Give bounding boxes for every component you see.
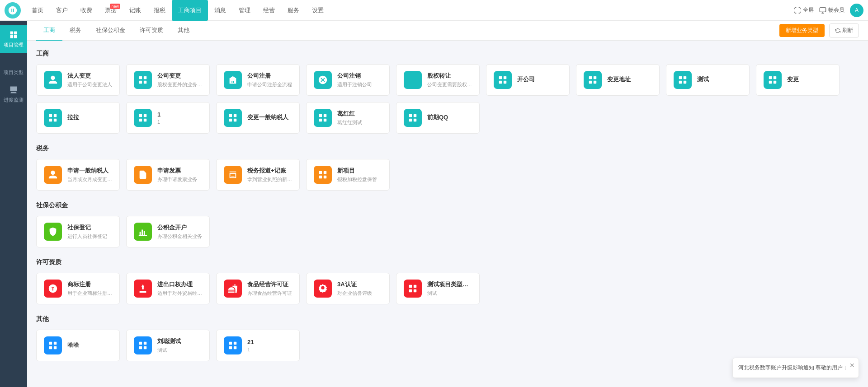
svg-rect-15: [589, 81, 592, 84]
svg-rect-42: [414, 114, 416, 117]
invoice-icon: [134, 166, 152, 184]
nav-item-报税[interactable]: 报税: [147, 0, 172, 21]
card-item[interactable]: 公积金开户办理公积金相关业务: [126, 216, 210, 247]
add-type-button[interactable]: 新增业务类型: [779, 24, 825, 37]
sidebar-label-type: 项目类型: [4, 69, 24, 76]
svg-rect-63: [229, 346, 232, 349]
nav-item-管理[interactable]: 管理: [232, 0, 257, 21]
svg-rect-26: [54, 114, 57, 117]
svg-rect-56: [54, 346, 57, 349]
svg-rect-33: [229, 114, 232, 117]
svg-rect-45: [319, 171, 322, 174]
svg-rect-49: [409, 285, 412, 288]
sidebar-item-project-type[interactable]: 项目类型: [0, 53, 27, 80]
card-item[interactable]: 公司变更股权变更外的业务变更: [126, 64, 210, 96]
nav-item-客户[interactable]: 客户: [50, 0, 74, 21]
svg-rect-53: [49, 342, 52, 345]
nav-item-票据[interactable]: 票据new: [99, 0, 123, 21]
card-item[interactable]: 前期QQ: [396, 102, 480, 134]
nav-item-工商项目[interactable]: 工商项目: [172, 0, 208, 21]
card-item[interactable]: 开公司: [486, 64, 570, 96]
card-title: 拉拉: [67, 113, 112, 121]
nav-items: 首页客户收费票据new记账报税工商项目消息管理经营服务设置: [25, 0, 794, 21]
nav-item-设置[interactable]: 设置: [306, 0, 330, 21]
svg-rect-34: [234, 114, 236, 117]
card-item[interactable]: 刘聪测试测试: [126, 330, 210, 361]
card-item[interactable]: 变更: [756, 64, 840, 96]
svg-rect-0: [820, 8, 826, 12]
card-item[interactable]: 食品经营许可证办理食品经营许可证: [216, 273, 300, 304]
section-title: 工商: [36, 50, 859, 58]
card-item[interactable]: 公司注销适用于注销公司: [306, 64, 390, 96]
shield-icon: [44, 223, 62, 241]
card-item[interactable]: 公司注册申请公司注册全流程: [216, 64, 300, 96]
nav-item-消息[interactable]: 消息: [208, 0, 232, 21]
nav-logo[interactable]: [5, 2, 21, 19]
card-text: 变更一般纳税人: [247, 113, 292, 123]
svg-rect-55: [49, 346, 52, 349]
notification-popup: ✕ 河北税务数字账户升级影响通知 尊敬的用户：: [732, 358, 859, 378]
fullscreen-button[interactable]: 全屏: [794, 6, 814, 14]
card-item[interactable]: 社保登记进行人员社保登记: [36, 216, 120, 247]
card-title: 公司变更: [157, 72, 202, 80]
type-icon: [9, 57, 19, 67]
card-item[interactable]: 11: [126, 102, 210, 134]
card-text: 税务报道+记账拿到营业执照的新公司: [247, 167, 292, 183]
card-title: 食品经营许可证: [247, 280, 292, 289]
card-desc: 1: [157, 119, 202, 125]
tab-税务[interactable]: 税务: [62, 21, 89, 41]
card-item[interactable]: 3A认证对企业信誉评级: [306, 273, 390, 304]
tab-工商[interactable]: 工商: [36, 21, 62, 41]
svg-rect-5: [139, 76, 142, 79]
sidebar-item-monitor[interactable]: 进度监测: [0, 80, 27, 108]
svg-rect-6: [144, 76, 146, 79]
card-item[interactable]: 申请一般纳税人当月或次月成变更完成: [36, 159, 120, 191]
card-item[interactable]: 拉拉: [36, 102, 120, 134]
card-desc: 对企业信誉评级: [337, 290, 382, 297]
card-item[interactable]: 变更地址: [576, 64, 660, 96]
card-item[interactable]: 测试项目类型目定义测试: [396, 273, 480, 304]
nav-item-收费[interactable]: 收费: [74, 0, 99, 21]
tab-许可资质[interactable]: 许可资质: [132, 21, 170, 41]
tab-其他[interactable]: 其他: [170, 21, 197, 41]
card-text: 测试: [697, 75, 742, 85]
svg-rect-57: [139, 342, 142, 345]
nav-item-经营[interactable]: 经营: [257, 0, 281, 21]
card-item[interactable]: 商标注册用于企业商标注册服务: [36, 273, 120, 304]
notification-close[interactable]: ✕: [849, 362, 855, 369]
svg-rect-44: [414, 119, 416, 121]
card-desc: 办理食品经营许可证: [247, 290, 292, 297]
card-desc: 测试: [427, 290, 472, 297]
nav-item-首页[interactable]: 首页: [25, 0, 50, 21]
card-item[interactable]: 测试: [666, 64, 750, 96]
tab-社保公积金[interactable]: 社保公积金: [89, 21, 132, 41]
card-item[interactable]: 211: [216, 330, 300, 361]
fund-icon: [134, 223, 152, 241]
card-title: 变更一般纳税人: [247, 113, 292, 121]
nav-item-服务[interactable]: 服务: [281, 0, 306, 21]
member-button[interactable]: 畅会员: [819, 6, 844, 14]
card-desc: 适用于对外贸易经营者: [157, 290, 202, 297]
card-item[interactable]: 葛红红葛红红测试: [306, 102, 390, 134]
card-item[interactable]: 税务报道+记账拿到营业执照的新公司: [216, 159, 300, 191]
card-item[interactable]: 新项目报税加税控盘保管: [306, 159, 390, 191]
card-item[interactable]: 申请发票办理申请发票业务: [126, 159, 210, 191]
svg-rect-51: [409, 289, 412, 292]
card-item[interactable]: 哈哈: [36, 330, 120, 361]
svg-rect-9: [499, 76, 502, 79]
card-desc: 公司变更需要股权转让: [427, 81, 472, 88]
card-item[interactable]: 进出口权办理适用于对外贸易经营者: [126, 273, 210, 304]
refresh-button[interactable]: 刷新: [829, 23, 859, 37]
card-text: 新项目报税加税控盘保管: [337, 167, 382, 183]
user-avatar[interactable]: A: [850, 4, 863, 17]
cards-grid: 申请一般纳税人当月或次月成变更完成申请发票办理申请发票业务税务报道+记账拿到营业…: [36, 159, 859, 191]
nav-item-记账[interactable]: 记账: [123, 0, 147, 21]
card-desc: 用于企业商标注册服务: [67, 290, 112, 297]
card-item[interactable]: 股权转让公司变更需要股权转让: [396, 64, 480, 96]
card-item[interactable]: 法人变更适用于公司变更法人: [36, 64, 120, 96]
card-title: 21: [247, 339, 292, 345]
sidebar-item-project-management[interactable]: 项目管理: [0, 25, 27, 53]
card-item[interactable]: 变更一般纳税人: [216, 102, 300, 134]
monitor-icon: [9, 85, 19, 95]
card-text: 测试项目类型目定义测试: [427, 280, 472, 297]
